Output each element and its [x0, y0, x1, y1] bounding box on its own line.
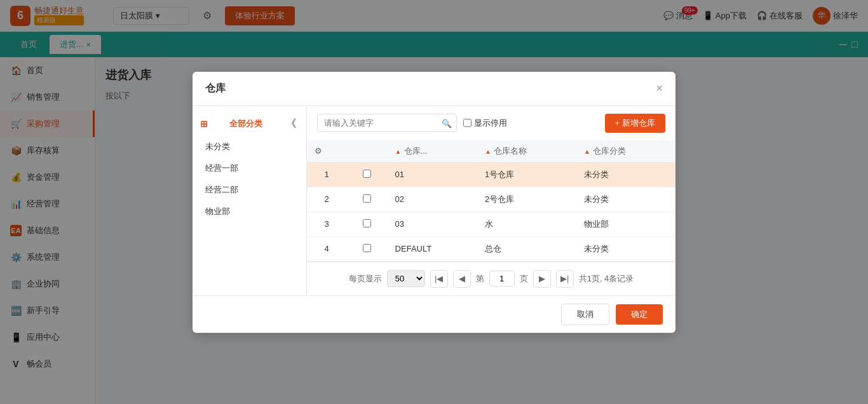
th-name: ▲仓库名称	[477, 140, 576, 163]
collapse-icon[interactable]: 《	[283, 118, 299, 131]
all-category-label[interactable]: 全部分类	[229, 118, 262, 130]
th-check	[346, 140, 387, 163]
row-check-1[interactable]	[346, 162, 387, 187]
modal-close-icon[interactable]: ×	[656, 82, 663, 95]
category-item-unclassified[interactable]: 未分类	[193, 136, 306, 158]
th-category: ▲仓库分类	[576, 140, 675, 163]
modal-header: 仓库 ×	[193, 72, 675, 106]
page-number-input[interactable]	[489, 271, 515, 286]
row-checkbox-2[interactable]	[363, 194, 371, 203]
show-disabled-checkbox[interactable]	[463, 119, 471, 127]
row-check-2[interactable]	[346, 187, 387, 212]
row-check-4[interactable]	[346, 236, 387, 261]
add-warehouse-button[interactable]: + 新增仓库	[605, 114, 665, 133]
row-category-3: 物业部	[576, 212, 675, 236]
row-gear-1: 1	[307, 162, 346, 187]
row-category-1: 未分类	[576, 162, 675, 187]
show-disabled-label[interactable]: 显示停用	[463, 118, 507, 129]
row-code-3: 03	[388, 212, 477, 236]
row-name-1: 1号仓库	[477, 162, 576, 187]
row-checkbox-1[interactable]	[363, 170, 371, 178]
row-gear-4: 4	[307, 236, 346, 261]
category-item-property[interactable]: 物业部	[193, 201, 306, 222]
table-toolbar: 🔍 显示停用 + 新增仓库	[307, 106, 675, 140]
table-row[interactable]: 1 01 1号仓库 未分类	[307, 162, 675, 187]
row-code-4: DEFAULT	[388, 236, 477, 261]
category-header: ⊞ 全部分类 《	[193, 112, 306, 136]
table-row[interactable]: 4 DEFAULT 总仓 未分类	[307, 236, 675, 261]
next-page-btn[interactable]: ▶	[533, 270, 551, 288]
main-layout: 🏠 首页 📈 销售管理 🛒 采购管理 📦 库存核算 💰 资金管理 📊 经营管理 …	[0, 57, 868, 404]
row-check-3[interactable]	[346, 212, 387, 236]
table-row[interactable]: 3 03 水 物业部	[307, 212, 675, 236]
row-code-2: 02	[388, 187, 477, 212]
table-row[interactable]: 2 02 2号仓库 未分类	[307, 187, 675, 212]
prev-page-btn[interactable]: ◀	[453, 270, 471, 288]
modal-footer: 取消 确定	[193, 295, 675, 333]
search-icon[interactable]: 🔍	[442, 118, 452, 128]
row-gear-3: 3	[307, 212, 346, 236]
sort-icon-code: ▲	[395, 148, 402, 155]
category-item-ops1[interactable]: 经营一部	[193, 158, 306, 179]
settings-col-icon: ⚙	[315, 146, 322, 156]
content-area: 进货入库 按以下 仓库 × ⊞ 全部分类 《	[95, 57, 868, 404]
show-disabled-text: 显示停用	[474, 118, 507, 129]
row-gear-2: 2	[307, 187, 346, 212]
category-panel: ⊞ 全部分类 《 未分类 经营一部 经营二部 物业部	[193, 106, 307, 295]
th-settings: ⚙	[307, 140, 346, 163]
per-page-label: 每页显示	[349, 273, 382, 285]
table-head: ⚙ ▲仓库... ▲仓库名称 ▲仓库分类	[307, 140, 675, 163]
table-scroll[interactable]: ⚙ ▲仓库... ▲仓库名称 ▲仓库分类 1	[307, 140, 675, 262]
last-page-btn[interactable]: ▶|	[556, 270, 574, 288]
category-grid-icon: ⊞	[200, 119, 208, 129]
modal-overlay[interactable]: 仓库 × ⊞ 全部分类 《 未分类 经营一部 经营二部	[95, 57, 868, 404]
row-checkbox-4[interactable]	[363, 244, 371, 252]
per-page-select[interactable]: 50 10 20 100	[387, 270, 425, 287]
cancel-button[interactable]: 取消	[561, 304, 609, 325]
row-name-3: 水	[477, 212, 576, 236]
row-name-2: 2号仓库	[477, 187, 576, 212]
first-page-btn[interactable]: |◀	[430, 270, 448, 288]
row-checkbox-3[interactable]	[363, 219, 371, 227]
table-body: 1 01 1号仓库 未分类 2 02	[307, 162, 675, 261]
modal-body: ⊞ 全部分类 《 未分类 经营一部 经营二部 物业部	[193, 106, 675, 295]
row-category-2: 未分类	[576, 187, 675, 212]
sort-icon-cat: ▲	[584, 148, 590, 155]
row-category-4: 未分类	[576, 236, 675, 261]
pagination: 每页显示 50 10 20 100 |◀ ◀ 第 页	[307, 262, 675, 295]
table-header-row: ⚙ ▲仓库... ▲仓库名称 ▲仓库分类	[307, 140, 675, 163]
page-total: 共1页, 4条记录	[579, 273, 634, 285]
warehouse-table: ⚙ ▲仓库... ▲仓库名称 ▲仓库分类 1	[307, 140, 675, 262]
modal-title: 仓库	[205, 82, 226, 95]
warehouse-modal: 仓库 × ⊞ 全部分类 《 未分类 经营一部 经营二部	[193, 72, 675, 333]
row-name-4: 总仓	[477, 236, 576, 261]
table-panel: 🔍 显示停用 + 新增仓库	[307, 106, 675, 295]
sort-icon-name: ▲	[485, 148, 491, 155]
page-text-label: 第	[476, 273, 484, 285]
th-code: ▲仓库...	[388, 140, 477, 163]
confirm-button[interactable]: 确定	[616, 304, 663, 325]
page-unit-label: 页	[520, 273, 528, 285]
search-wrap: 🔍	[317, 114, 457, 132]
search-input[interactable]	[317, 114, 457, 132]
category-item-ops2[interactable]: 经营二部	[193, 179, 306, 201]
row-code-1: 01	[388, 162, 477, 187]
